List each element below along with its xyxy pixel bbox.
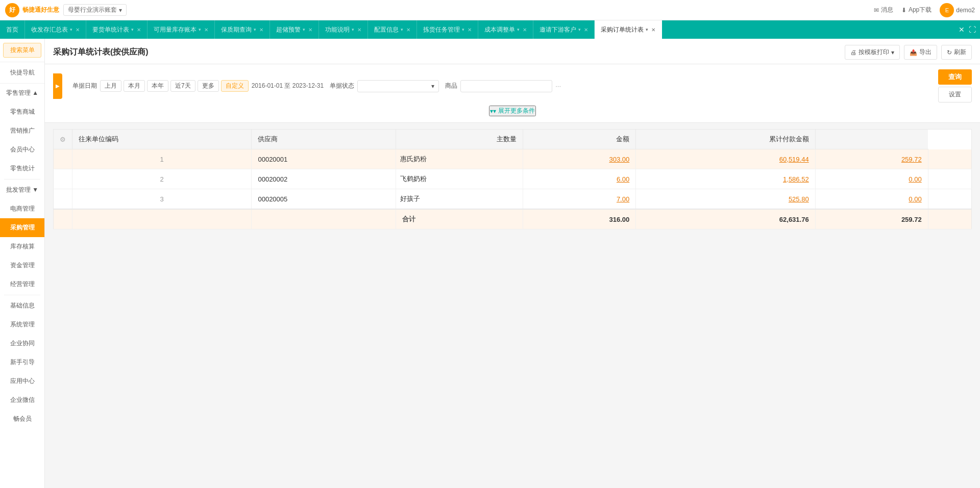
tab-config-info[interactable]: 配置信息 ▾ ✕ [368,20,417,39]
settings-button[interactable]: 设置 [938,87,972,102]
print-button[interactable]: 🖨 按模板打印 ▾ [845,45,900,60]
tab-invite-downstream-label: 邀请下游客户 [540,25,576,34]
sidebar-item-retail-mgmt[interactable]: 零售管理 ▲ [0,84,44,102]
goods-search-input[interactable] [460,80,552,92]
custom-date-button[interactable]: 自定义 [221,80,249,92]
workspace-selector[interactable]: 母婴行业演示账套 ▾ [63,4,127,16]
tab-available-stock[interactable]: 可用量库存账本 ▾ ✕ [148,20,215,39]
row-1-amount[interactable]: 60,519.44 [636,149,815,169]
close-icon[interactable]: ✕ [204,27,208,33]
tab-invite-downstream[interactable]: 邀请下游客户 ▾ ✕ [533,20,595,39]
row-1-quantity[interactable]: 303.00 [523,149,636,169]
sidebar-item-purchase-mgmt[interactable]: 采购管理 [0,218,44,237]
row-1-paid[interactable]: 259.72 [815,149,928,169]
tab-home[interactable]: 首页 [0,20,25,39]
maximize-button[interactable]: ⛶ [969,25,976,34]
app-download-button[interactable]: ⬇ App下载 [901,6,932,14]
tab-overstock-alert[interactable]: 超储预警 ▾ ✕ [270,20,319,39]
last-7-days-button[interactable]: 近7天 [170,80,195,92]
tab-pickup-task-label: 拣货任务管理 [423,25,460,34]
filter-expand-section: ▾▾ 展开更多条件 [53,102,972,117]
chevron-down-icon: ▾ [254,27,256,32]
row-3-extra [928,189,971,210]
nav-tabs-end: ✕ ⛶ [959,25,980,34]
close-all-tabs-button[interactable]: ✕ [959,25,965,34]
tab-function-desc[interactable]: 功能说明 ▾ ✕ [319,20,368,39]
row-2-amount[interactable]: 1,586.52 [636,169,815,189]
sidebar-item-inventory-check[interactable]: 库存核算 [0,237,44,256]
sidebar-item-member-center[interactable]: 会员中心 [0,140,44,159]
tab-cost-adjust-label: 成本调整单 [484,25,515,34]
date-filter-label: 单据日期 [72,82,97,90]
row-2-quantity[interactable]: 6.00 [523,169,636,189]
nav-tabs: 首页 收发存汇总表 ▾ ✕ 要货单统计表 ▾ ✕ 可用量库存账本 ▾ ✕ 保质期… [0,20,980,39]
tab-expiry-query[interactable]: 保质期查询 ▾ ✕ [215,20,270,39]
close-icon[interactable]: ✕ [259,27,263,33]
row-2-paid[interactable]: 0.00 [815,169,928,189]
last-month-button[interactable]: 上月 [100,80,121,92]
sidebar-item-app-center[interactable]: 应用中心 [0,372,44,391]
close-icon[interactable]: ✕ [468,27,472,33]
message-button[interactable]: ✉ 消息 [874,6,893,14]
more-options-icon[interactable]: ··· [555,82,561,90]
chevron-down-icon: ▾ [462,27,464,32]
sidebar-item-basic-info[interactable]: 基础信息 [0,296,44,315]
search-menu-button[interactable]: 搜索菜单 [3,43,41,58]
status-select[interactable]: ▾ [357,80,439,92]
tab-purchase-summary[interactable]: 采购订单统计表 ▾ ✕ [595,20,662,39]
logo-area[interactable]: 好 畅捷通好生意 [5,3,59,17]
sidebar-item-operations-mgmt[interactable]: 经营管理 [0,275,44,294]
new-guide-label: 新手引导 [10,358,35,366]
close-icon[interactable]: ✕ [357,27,361,33]
more-date-button[interactable]: 更多 [198,80,219,92]
quick-nav-button[interactable]: 快捷导航 [0,64,44,81]
chevron-down-icon: ▾ [401,27,403,32]
close-icon[interactable]: ✕ [523,27,527,33]
logo-icon: 好 [5,3,19,17]
refresh-button[interactable]: ↻ 刷新 [941,45,972,60]
table-body: 1 00020001 惠氏奶粉 303.00 60,519.44 259.72 … [54,149,972,210]
sidebar-item-ecommerce-mgmt[interactable]: 电商管理 [0,199,44,218]
row-3-paid[interactable]: 0.00 [815,189,928,210]
chevron-down-icon: ▾ [303,27,305,32]
row-3-quantity[interactable]: 7.00 [523,189,636,210]
close-icon[interactable]: ✕ [406,27,410,33]
footer-empty-1 [54,209,72,229]
top-bar-left: 好 畅捷通好生意 母婴行业演示账套 ▾ [5,3,127,17]
col-settings[interactable]: ⚙ [54,130,72,149]
close-icon[interactable]: ✕ [651,27,655,33]
this-month-button[interactable]: 本月 [124,80,145,92]
close-icon[interactable]: ✕ [308,27,312,33]
tab-order-summary[interactable]: 要货单统计表 ▾ ✕ [86,20,148,39]
sidebar-item-wholesale-mgmt[interactable]: 批发管理 ▼ [0,181,44,199]
tab-pickup-task[interactable]: 拣货任务管理 ▾ ✕ [417,20,478,39]
close-icon[interactable]: ✕ [137,27,141,33]
operations-mgmt-label: 经营管理 [10,280,35,288]
search-button[interactable]: 查询 [938,69,972,85]
close-icon[interactable]: ✕ [76,27,80,33]
filter-toggle-button[interactable]: ▶ [53,73,62,99]
tab-receive-summary-label: 收发存汇总表 [31,25,68,34]
row-3-amount[interactable]: 525.80 [636,189,815,210]
chevron-down-icon: ▾ [578,27,581,32]
tab-cost-adjust[interactable]: 成本调整单 ▾ ✕ [478,20,533,39]
table-footer: 合计 316.00 62,631.76 259.72 [54,209,972,229]
sidebar-item-marketing[interactable]: 营销推广 [0,121,44,140]
user-avatar[interactable]: E demo2 [940,3,975,17]
close-icon[interactable]: ✕ [584,27,588,33]
sidebar-item-retail-stats[interactable]: 零售统计 [0,159,44,178]
tab-receive-summary[interactable]: 收发存汇总表 ▾ ✕ [25,20,86,39]
expand-more-conditions-button[interactable]: ▾▾ 展开更多条件 [489,106,536,116]
sidebar-item-system-mgmt[interactable]: 系统管理 [0,315,44,334]
tab-home-label: 首页 [6,25,18,34]
sidebar-item-enterprise-collab[interactable]: 企业协同 [0,334,44,353]
chevron-down-icon: ▾ [646,27,648,32]
sidebar-item-retail-mall[interactable]: 零售商城 [0,102,44,121]
sidebar-item-vip-member[interactable]: 畅会员 [0,409,44,428]
export-button[interactable]: 📤 导出 [904,45,937,60]
sidebar-item-enterprise-wechat[interactable]: 企业微信 [0,391,44,409]
sidebar-item-new-guide[interactable]: 新手引导 [0,353,44,372]
sidebar-item-finance-mgmt[interactable]: 资金管理 [0,256,44,275]
row-1-extra [928,149,971,169]
this-year-button[interactable]: 本年 [147,80,168,92]
